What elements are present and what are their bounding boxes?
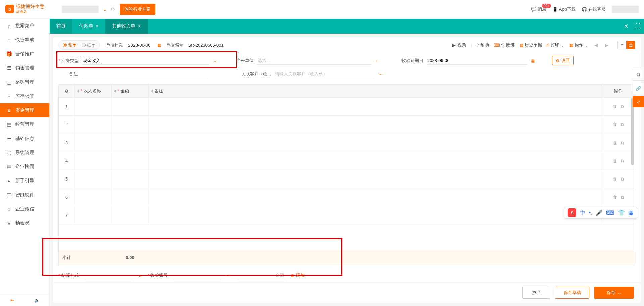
add-settlement-button[interactable]: ⊕添加 [291, 272, 305, 278]
sidebar-item-9[interactable]: ◌系统管理 [0, 146, 49, 160]
sidebar-item-6[interactable]: ¥资金管理 [0, 103, 49, 117]
close-icon[interactable]: ✕ [138, 24, 141, 29]
copy-icon[interactable]: ⧉ [621, 122, 624, 128]
ime-punct-icon[interactable]: •, [589, 209, 592, 216]
ime-toolbar[interactable]: S 中 •, 🎤 ⌨ 👕 ▦ [564, 207, 637, 219]
user-avatar-blur[interactable] [612, 6, 639, 13]
table-row[interactable]: 7🗑⧉ [59, 206, 635, 224]
ime-skin-icon[interactable]: 👕 [618, 209, 625, 216]
rail-note-button[interactable]: 🗐 [633, 69, 644, 81]
cell-note[interactable] [149, 152, 601, 170]
sidebar-item-7[interactable]: ▤经营管理 [0, 117, 49, 132]
delete-icon[interactable]: 🗑 [613, 176, 617, 182]
table-settings-button[interactable]: ⚙ [59, 85, 75, 97]
more-icon[interactable]: ⋯ [227, 273, 232, 278]
cell-amount[interactable] [112, 152, 149, 170]
ime-keyboard-icon[interactable]: ⌨ [606, 209, 614, 216]
cell-income-name[interactable] [75, 98, 112, 115]
calendar-icon[interactable]: ▦ [157, 43, 161, 48]
sidebar-item-5[interactable]: ⌂库存核算 [0, 89, 49, 103]
table-row[interactable]: 2🗑⧉ [59, 116, 635, 134]
chevron-down-icon[interactable]: ⌄ [138, 273, 142, 278]
cell-note[interactable] [149, 98, 601, 115]
scroll-thumb[interactable] [631, 98, 634, 165]
partner-input[interactable] [257, 57, 371, 65]
delete-icon[interactable]: 🗑 [613, 195, 617, 200]
cell-income-name[interactable] [75, 152, 112, 170]
rail-attach-button[interactable]: 🔗 [633, 83, 644, 94]
chevron-down-icon[interactable]: ⌄ [213, 58, 217, 63]
note-input[interactable] [81, 70, 209, 78]
support-link[interactable]: 🎧 在线客服 [582, 6, 606, 12]
settle-amount-input[interactable] [238, 271, 285, 279]
discard-button[interactable]: 放弃 [522, 287, 550, 299]
cell-note[interactable] [149, 116, 601, 134]
scrollbar[interactable] [631, 98, 634, 248]
delete-icon[interactable]: 🗑 [613, 122, 617, 127]
col-note[interactable]: ▴▾备注 [149, 85, 601, 97]
copy-icon[interactable]: ⧉ [621, 104, 624, 109]
sidebar-item-4[interactable]: ⬚采购管理 [0, 75, 49, 89]
settle-method-input[interactable] [85, 271, 132, 279]
delete-icon[interactable]: 🗑 [613, 158, 617, 163]
sidebar-item-14[interactable]: V畅会员 [0, 216, 49, 230]
trial-button[interactable]: 体验行业方案 [120, 4, 155, 15]
close-icon[interactable]: ✕ [95, 24, 99, 29]
cell-amount[interactable] [112, 206, 149, 224]
table-row[interactable]: 1🗑⧉ [59, 98, 635, 116]
radio-red[interactable]: 红单 [82, 42, 96, 48]
biztype-input[interactable] [82, 57, 210, 65]
sidebar-item-3[interactable]: ☰销售管理 [0, 61, 49, 75]
next-doc-button[interactable]: ▶ [604, 43, 610, 48]
cell-amount[interactable] [112, 134, 149, 152]
shortcut-link[interactable]: ⌨快捷键 [494, 42, 515, 48]
delete-icon[interactable]: 🗑 [613, 104, 617, 109]
history-link[interactable]: ▦历史单据 [519, 42, 542, 48]
tab-other-income[interactable]: 其他收入单 ✕ [105, 19, 148, 34]
table-row[interactable]: 6🗑⧉ [59, 188, 635, 206]
relcust-input[interactable] [274, 70, 375, 78]
more-icon[interactable]: ⋯ [374, 58, 379, 63]
sidebar-item-10[interactable]: ▤企业协同 [0, 160, 49, 174]
cell-note[interactable] [149, 188, 601, 206]
app-download-link[interactable]: 📱 App下载 [552, 6, 576, 12]
sidebar-collapse-button[interactable]: ⇤ [0, 294, 25, 306]
cell-amount[interactable] [112, 116, 149, 134]
copy-icon[interactable]: ⧉ [621, 158, 624, 164]
sidebar-item-12[interactable]: ⬚智能硬件 [0, 188, 49, 202]
doc-date-value[interactable]: 2023-06-06 [128, 43, 151, 48]
copy-icon[interactable]: ⧉ [621, 140, 624, 146]
cell-income-name[interactable] [75, 170, 112, 188]
cell-amount[interactable] [112, 98, 149, 115]
more-icon[interactable]: ⋯ [378, 72, 383, 77]
ime-grid-icon[interactable]: ▦ [628, 209, 634, 216]
cell-income-name[interactable] [75, 134, 112, 152]
prev-doc-button[interactable]: ◀ [593, 43, 599, 48]
sidebar-item-13[interactable]: ○企业微信 [0, 202, 49, 216]
rail-expand-button[interactable]: ⤢ [633, 96, 644, 107]
cell-note[interactable] [149, 206, 601, 224]
col-amount[interactable]: ▴▾金额 [112, 85, 149, 97]
sidebar-item-2[interactable]: 🎁营销推广 [0, 47, 49, 61]
sidebar-item-11[interactable]: ▸新手引导 [0, 174, 49, 188]
sidebar-item-1[interactable]: ⌂快捷导航 [0, 33, 49, 47]
tab-close-all-button[interactable]: ✕ [620, 23, 632, 30]
cell-note[interactable] [149, 134, 601, 152]
cell-income-name[interactable] [75, 206, 112, 224]
company-selector[interactable]: ⌄ ⚙ [62, 6, 120, 13]
ime-lang-label[interactable]: 中 [580, 209, 585, 217]
video-link[interactable]: ▶视频 [452, 42, 466, 48]
sidebar-item-8[interactable]: ☰基础信息 [0, 132, 49, 146]
duedate-input[interactable] [427, 57, 527, 65]
col-income-name[interactable]: ▴▾收入名称 [75, 85, 112, 97]
sidebar-item-0[interactable]: ⌕搜索菜单 [0, 19, 49, 33]
cell-amount[interactable] [112, 188, 149, 206]
print-link[interactable]: ⎙打印⌄ [547, 42, 565, 48]
copy-icon[interactable]: ⧉ [621, 176, 624, 182]
ime-mic-icon[interactable]: 🎤 [596, 209, 603, 216]
copy-icon[interactable]: ⧉ [621, 195, 624, 200]
delete-icon[interactable]: 🗑 [613, 140, 617, 145]
view-form-button[interactable]: ▤ [626, 41, 635, 49]
save-button[interactable]: 保存⌄ [594, 287, 634, 299]
ops-link[interactable]: ▦操作⌄ [569, 42, 588, 48]
